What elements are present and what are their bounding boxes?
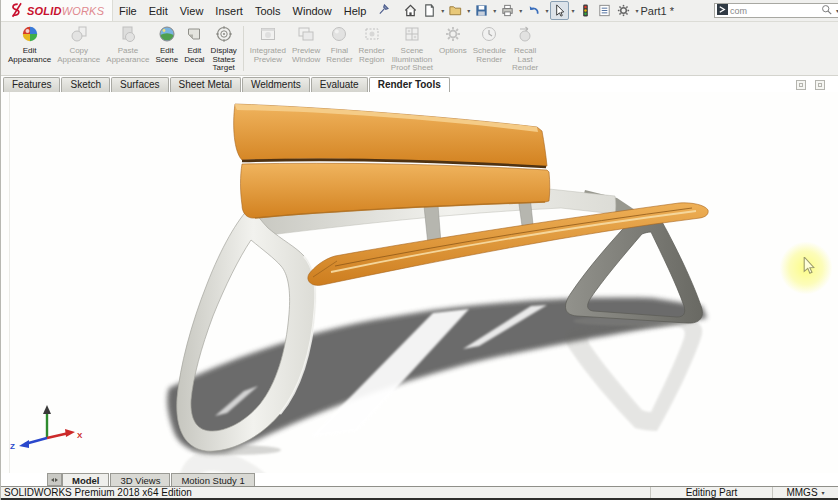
sphere-doc-icon: [70, 25, 88, 47]
units-dropdown-icon[interactable]: ▾: [822, 489, 825, 496]
tab-bar-spacer: [1, 473, 47, 486]
preview-pane-icon: [259, 25, 277, 47]
tab-3d-views[interactable]: 3D Views: [110, 473, 170, 486]
orientation-triad: X Z: [10, 405, 83, 451]
doc-restore-icon[interactable]: [815, 80, 825, 90]
edit-appearance-button[interactable]: EditAppearance: [5, 22, 54, 75]
menu-bar: SOLIDWORKS FileEditViewInsertToolsWindow…: [1, 0, 838, 22]
render-region-icon: [363, 25, 381, 47]
model-tabs: Model3D ViewsMotion Study 1: [62, 473, 256, 486]
clipboard-sphere-icon: [119, 25, 137, 47]
menu-window[interactable]: Window: [287, 5, 338, 17]
print-dropdown-icon[interactable]: ▾: [517, 7, 524, 14]
units-selector[interactable]: MMGS▾: [772, 487, 838, 498]
search-dropdown-icon[interactable]: ▾: [834, 7, 838, 14]
edit-appearance-label: Appearance: [8, 56, 51, 65]
new-document-dropdown-icon[interactable]: ▾: [439, 7, 446, 14]
solidworks-logo-icon: [5, 1, 27, 21]
menu-help[interactable]: Help: [338, 5, 373, 17]
menu-edit[interactable]: Edit: [143, 5, 174, 17]
preview-window-icon: [297, 25, 315, 47]
display-report-icon[interactable]: [595, 1, 614, 20]
new-document-icon[interactable]: [420, 1, 439, 20]
proof-sheet-icon: [403, 25, 421, 47]
render-region-button: RenderRegion: [356, 22, 388, 75]
search-logo-icon: [717, 4, 728, 17]
sphere-color-icon: [21, 25, 39, 47]
save-dropdown-icon[interactable]: ▾: [491, 7, 498, 14]
edit-scene-button[interactable]: EditScene: [152, 22, 181, 75]
menu-view[interactable]: View: [174, 5, 210, 17]
search-input[interactable]: [730, 6, 819, 16]
render-sphere-icon: [330, 25, 348, 47]
quick-access-toolbar: ▾▾▾▾▾▾▾: [401, 1, 640, 20]
display-states-target-button[interactable]: DisplayStatesTarget: [208, 22, 240, 75]
scene-illumination-proof-sheet-label: Proof Sheet: [391, 64, 433, 73]
tab-sheet-metal[interactable]: Sheet Metal: [170, 77, 241, 92]
edit-decal-button[interactable]: EditDecal: [181, 22, 207, 75]
options-label: Options: [439, 47, 467, 56]
display-states-target-label: Target: [213, 64, 235, 73]
svg-text:Z: Z: [10, 442, 15, 451]
copy-appearance-button: CopyAppearance: [54, 22, 103, 75]
open-icon[interactable]: [446, 1, 465, 20]
edit-scene-label: Scene: [155, 56, 178, 65]
pin-icon[interactable]: [378, 4, 389, 17]
solidworks-logo-text: SOLIDWORKS: [27, 5, 104, 17]
menu-tools[interactable]: Tools: [249, 5, 287, 17]
menu-file[interactable]: File: [113, 5, 143, 17]
command-tabs: FeaturesSketchSurfacesSheet MetalWeldmen…: [1, 76, 838, 92]
recall-last-render-label: Render: [512, 64, 538, 73]
tab-scroll-button[interactable]: [47, 473, 62, 486]
print-icon[interactable]: [498, 1, 517, 20]
svg-text:X: X: [77, 431, 83, 440]
solidworks-logo: SOLIDWORKS: [1, 0, 113, 21]
status-bar: SOLIDWORKS Premium 2018 x64 Edition Edit…: [1, 486, 838, 500]
schedule-render-label: Render: [476, 56, 502, 65]
graphics-viewport[interactable]: X Z: [1, 92, 838, 473]
scene-sphere-icon: [158, 25, 176, 47]
final-render-button: FinalRender: [323, 22, 355, 75]
bench-render: X Z: [1, 92, 838, 473]
command-search[interactable]: ▾: [714, 3, 838, 18]
gray-gear-icon: [444, 25, 462, 47]
doc-minimize-icon[interactable]: [796, 80, 806, 90]
preview-window-label: Window: [292, 56, 320, 65]
tab-model[interactable]: Model: [62, 473, 109, 486]
select-dropdown-icon[interactable]: ▾: [569, 7, 576, 14]
paste-appearance-button: PasteAppearance: [103, 22, 152, 75]
save-icon[interactable]: [472, 1, 491, 20]
paste-appearance-label: Appearance: [106, 56, 149, 65]
tab-features[interactable]: Features: [3, 77, 60, 92]
search-icon[interactable]: [821, 4, 832, 17]
undo-dropdown-icon[interactable]: ▾: [543, 7, 550, 14]
tab-sketch[interactable]: Sketch: [61, 77, 110, 92]
rebuild-icon[interactable]: [576, 1, 595, 20]
product-edition-label: SOLIDWORKS Premium 2018 x64 Edition: [4, 487, 650, 498]
recall-render-icon: [516, 25, 534, 47]
preview-window-button: PreviewWindow: [289, 22, 323, 75]
panel-divider: [9, 92, 10, 473]
copy-appearance-label: Appearance: [57, 56, 100, 65]
tab-evaluate[interactable]: Evaluate: [311, 77, 368, 92]
open-dropdown-icon[interactable]: ▾: [465, 7, 472, 14]
scene-illumination-proof-sheet-button: SceneIlluminationProof Sheet: [388, 22, 436, 75]
main-menu: FileEditViewInsertToolsWindowHelp: [113, 5, 372, 17]
tab-surfaces[interactable]: Surfaces: [111, 77, 168, 92]
options-gear-icon[interactable]: [614, 1, 633, 20]
options-button: Options: [436, 22, 470, 75]
options-gear-dropdown-icon[interactable]: ▾: [633, 7, 640, 14]
ribbon-group-separator: [243, 26, 244, 71]
tab-motion-study-1[interactable]: Motion Study 1: [171, 473, 254, 486]
undo-icon[interactable]: [524, 1, 543, 20]
home-icon[interactable]: [401, 1, 420, 20]
render-region-label: Region: [359, 56, 384, 65]
select-icon[interactable]: [550, 1, 569, 20]
decal-peel-icon: [185, 25, 203, 47]
integrated-preview-label: Preview: [254, 56, 282, 65]
integrated-preview-button: IntegratedPreview: [247, 22, 289, 75]
tab-weldments[interactable]: Weldments: [242, 77, 310, 92]
tab-render-tools[interactable]: Render Tools: [369, 77, 450, 92]
menu-insert[interactable]: Insert: [209, 5, 249, 17]
model-tab-bar: Model3D ViewsMotion Study 1: [1, 473, 838, 486]
